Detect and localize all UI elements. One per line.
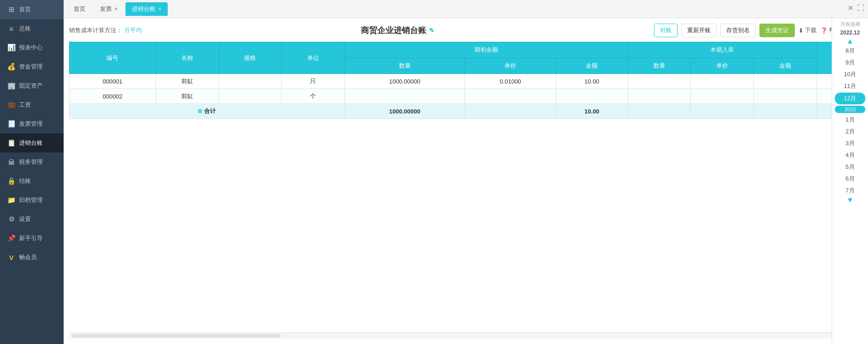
sidebar-item-label: 税务管理 [19,158,43,166]
cell-open-qty: 1000.00000 [344,74,465,89]
sidebar-item-label: 新手引导 [19,234,43,242]
sidebar-item-member[interactable]: V 畅会员 [0,248,64,267]
cost-method: 销售成本计算方法： 月平均 [69,26,142,34]
sidebar-item-capital[interactable]: 💰 资金管理 [0,57,64,76]
page-title: 商贸企业进销台账 [361,25,426,36]
total-open-amount: 10.00 [556,104,628,119]
generate-voucher-button[interactable]: 生成凭证 [759,24,795,37]
sidebar-item-guide[interactable]: 📌 新手引导 [0,229,64,248]
sidebar-item-label: 总账 [19,25,31,33]
month-item-1[interactable]: 1月 [832,114,868,126]
sidebar-item-reports[interactable]: 📊 报表中心 [0,38,64,57]
sidebar-item-archive[interactable]: 📁 归档管理 [0,191,64,210]
cost-method-value: 月平均 [124,27,142,34]
cell-id: 000002 [70,89,156,104]
help-icon: ❓ [820,27,828,34]
top-bar: 销售成本计算方法： 月平均 商贸企业进销台账 ✎ 对账 重新开账 存货别名 生成… [69,24,863,37]
year-2023-badge: 2023 [835,106,865,113]
sidebar-item-purchase-sales[interactable]: 📋 进销台账 [0,133,64,152]
tab-purchase-sales-label: 进销台账 [132,5,155,13]
sidebar-item-close[interactable]: 🔒 结账 [0,172,64,191]
cell-name: 前缸 [155,74,219,89]
month-item-3[interactable]: 3月 [832,138,868,149]
window-controls: ✕ ⛶ [848,4,864,12]
sidebar-item-tax[interactable]: 🏛 税务管理 [0,152,64,172]
month-item-8[interactable]: 8月 [832,45,868,57]
home-icon: ⊞ [7,5,15,14]
reopen-button[interactable]: 重新开账 [681,24,717,37]
cell-in-amount [754,74,817,89]
sidebar-item-label: 设置 [19,215,31,223]
scroll-track [72,334,281,338]
sidebar-item-home[interactable]: ⊞ 首页 [0,0,64,19]
month-item-11[interactable]: 11月 [832,80,868,92]
close-window-button[interactable]: ✕ [848,4,853,12]
month-item-2[interactable]: 2月 [832,126,868,138]
total-in-price [691,104,754,119]
month-item-9[interactable]: 9月 [832,57,868,69]
download-button[interactable]: ⬇ 下载 [798,26,817,34]
horizontal-scrollbar[interactable] [69,332,863,339]
sidebar-item-invoice-mgmt[interactable]: 🧾 发票管理 [0,114,64,133]
data-table: 编号 名称 规格 单位 期初余额 本期入库 数 数量 单价 金额 数量 单价 [69,42,863,119]
col-in-qty: 数量 [628,58,691,74]
cell-in-price [691,74,754,89]
sidebar-item-assets[interactable]: 🏢 固定资产 [0,76,64,95]
total-label-text: 合计 [204,107,216,115]
edit-title-icon[interactable]: ✎ [429,27,434,34]
col-in-amount: 金额 [754,58,817,74]
main-area: ✕ ⛶ 首页 发票 × 进销台账 × 销售成本计算方法： 月平均 商贸企业进销台… [64,0,868,344]
cell-open-price: 0.01000 [465,74,556,89]
total-in-amount [754,104,817,119]
maximize-window-button[interactable]: ⛶ [857,4,864,12]
cell-open-amount [556,89,628,104]
reconcile-button[interactable]: 对账 [654,24,678,37]
settings-icon: ⚙ [7,215,15,223]
capital-icon: 💰 [7,63,15,71]
sidebar-item-settings[interactable]: ⚙ 设置 [0,210,64,229]
month-item-12[interactable]: 12月 [835,93,865,104]
month-item-6[interactable]: 6月 [832,173,868,185]
col-open-price: 单价 [465,58,556,74]
month-scroll-down[interactable]: ▼ [847,197,854,204]
tab-home[interactable]: 首页 [67,2,92,16]
reports-icon: 📊 [7,44,15,52]
assets-icon: 🏢 [7,82,15,90]
sidebar-item-wages[interactable]: 💼 工资 [0,95,64,114]
month-panel-title: 月份选择 [840,21,860,28]
close-acct-icon: 🔒 [7,177,15,185]
sidebar-item-ledger[interactable]: ≡ 总账 [0,19,64,38]
tab-invoice[interactable]: 发票 × [94,2,124,16]
month-item-10[interactable]: 10月 [832,69,868,80]
month-item-5[interactable]: 5月 [832,161,868,173]
page-content: 销售成本计算方法： 月平均 商贸企业进销台账 ✎ 对账 重新开账 存货别名 生成… [64,18,868,344]
cell-open-qty [344,89,465,104]
cell-unit: 个 [282,89,345,104]
wages-icon: 💼 [7,101,15,109]
month-item-4[interactable]: 4月 [832,149,868,161]
page-title-area: 商贸企业进销台账 ✎ [361,25,434,36]
ledger-icon: ≡ [7,25,15,33]
cell-unit: 只 [282,74,345,89]
col-open-qty: 数量 [344,58,465,74]
month-scroll-up[interactable]: ▲ [847,38,854,45]
table-row: 000001 前缸 只 1000.00000 0.01000 10.00 [70,74,863,89]
sidebar-item-label: 畅会员 [19,253,37,261]
sidebar-item-label: 首页 [19,5,31,14]
col-unit: 单位 [282,42,345,74]
tab-home-label: 首页 [74,5,85,13]
sidebar: ⊞ 首页 ≡ 总账 📊 报表中心 💰 资金管理 🏢 固定资产 💼 工资 🧾 发票… [0,0,64,344]
tab-purchase-sales-close[interactable]: × [158,6,161,11]
col-group-opening: 期初余额 [344,42,628,58]
purchase-sales-icon: 📋 [7,139,15,147]
tab-bar: 首页 发票 × 进销台账 × [64,0,868,18]
total-icon: ⊞ [198,108,202,114]
month-item-7[interactable]: 7月 [832,185,868,197]
sidebar-item-label: 结账 [19,177,31,185]
tab-purchase-sales[interactable]: 进销台账 × [125,2,167,16]
sidebar-item-label: 资金管理 [19,63,43,71]
tab-invoice-close[interactable]: × [115,6,117,11]
month-panel-year: 2022.12 [840,29,860,36]
save-alias-button[interactable]: 存货别名 [720,24,756,37]
sidebar-item-label: 归档管理 [19,196,43,204]
